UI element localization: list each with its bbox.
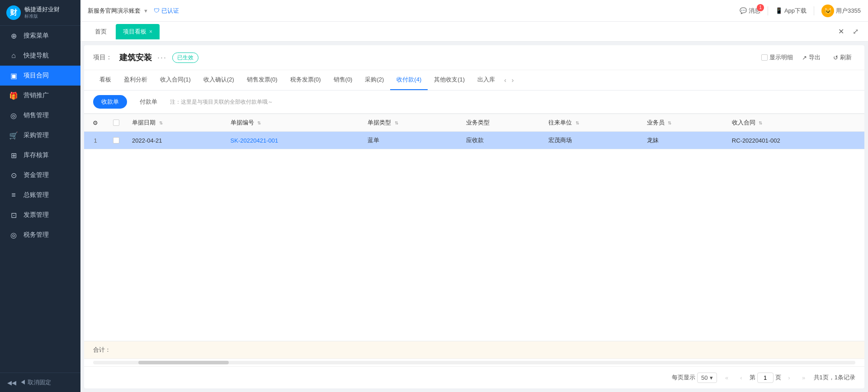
col-number-header[interactable]: 单据编号 ⇅ — [224, 114, 362, 132]
sort-contract-icon: ⇅ — [759, 120, 762, 125]
account-selector[interactable]: 新服务官网演示账套 ▼ — [88, 7, 148, 15]
page-content: 项目： 建筑安装 ··· 已生效 显示明细 ↗ 导出 ↺ 刷新 看板 — [84, 45, 864, 388]
sub-nav-next-arrow[interactable]: › — [509, 73, 517, 87]
search-menu-icon: ⊕ — [9, 31, 18, 40]
sidebar-item-purchase-mgmt[interactable]: 🛒 采购管理 — [0, 125, 80, 145]
app-download-action[interactable]: 📱 App下载 — [775, 7, 807, 15]
total-info: 共1页，1条记录 — [814, 373, 855, 382]
select-all-checkbox[interactable] — [113, 120, 119, 126]
sidebar-item-sales-mgmt[interactable]: ◎ 销售管理 — [0, 105, 80, 125]
fund-mgmt-icon: ⊙ — [9, 171, 18, 180]
action-note: 注：这里是与项目关联的全部收付款单哦～ — [170, 98, 273, 106]
page-number-input[interactable] — [757, 373, 774, 383]
page-size-value: 50 — [701, 374, 708, 381]
user-action[interactable]: 🐱 用户3355 — [821, 5, 861, 17]
sidebar-item-invoice-mgmt[interactable]: ⊡ 发票管理 — [0, 205, 80, 225]
first-page-button[interactable]: « — [721, 371, 733, 384]
top-bar-divider-1 — [768, 6, 768, 15]
row-number-link[interactable]: SK-20220421-001 — [231, 137, 278, 144]
sub-nav-kanban[interactable]: 看板 — [93, 70, 118, 90]
page-title: 建筑安装 — [119, 52, 152, 63]
row-check[interactable] — [107, 132, 126, 149]
window-maximize-button[interactable]: ⤢ — [850, 26, 861, 37]
row-number: SK-20220421-001 — [224, 132, 362, 149]
message-action[interactable]: 💬 消息 1 — [740, 7, 760, 15]
ledger-mgmt-icon: ≡ — [9, 191, 18, 200]
col-settings-header[interactable]: ⚙ — [84, 114, 107, 132]
app-logo-icon: 财 — [6, 5, 21, 20]
sales-mgmt-icon: ◎ — [9, 111, 18, 120]
sidebar-item-project-contract[interactable]: ▣ 项目合同 — [0, 66, 80, 86]
more-options-button[interactable]: ··· — [157, 53, 167, 62]
sub-nav-income-contract[interactable]: 收入合同(1) — [154, 70, 197, 90]
refresh-button[interactable]: ↺ 刷新 — [830, 52, 855, 63]
message-badge: 1 — [757, 4, 764, 11]
marketing-icon: 🎁 — [9, 91, 18, 100]
tax-mgmt-icon: ◎ — [9, 230, 18, 239]
payment-btn[interactable]: 付款单 — [134, 95, 163, 109]
col-partner-header[interactable]: 往来单位 ⇅ — [542, 114, 641, 132]
page-title-label: 项目： — [93, 53, 112, 62]
status-badge: 已生效 — [172, 53, 198, 63]
sub-nav-sales-invoice[interactable]: 销售发票(0) — [241, 70, 284, 90]
sidebar-item-inventory[interactable]: ⊞ 库存核算 — [0, 145, 80, 165]
sort-type-icon: ⇅ — [395, 120, 398, 125]
col-income-contract-header[interactable]: 收入合同 ⇅ — [726, 114, 864, 132]
last-page-icon: » — [802, 374, 805, 381]
col-check-header[interactable] — [107, 114, 126, 132]
sidebar-item-marketing[interactable]: 🎁 营销推广 — [0, 86, 80, 105]
sub-nav-purchase[interactable]: 采购(2) — [359, 70, 390, 90]
next-page-button[interactable]: › — [783, 371, 796, 384]
col-date-header[interactable]: 单据日期 ⇅ — [126, 114, 224, 132]
page-suffix: 页 — [775, 373, 781, 382]
show-detail-checkbox[interactable]: 显示明细 — [761, 53, 793, 62]
export-button[interactable]: ↗ 导出 — [798, 52, 824, 63]
sort-partner-icon: ⇅ — [576, 120, 579, 125]
tab-close-icon[interactable]: × — [149, 29, 152, 35]
top-bar-actions: 💬 消息 1 📱 App下载 🐱 用户3355 — [740, 5, 861, 17]
sub-nav-income-confirm[interactable]: 收入确认(2) — [197, 70, 241, 90]
sidebar-item-tax-mgmt[interactable]: ◎ 税务管理 — [0, 225, 80, 245]
sub-nav-profit[interactable]: 盈利分析 — [118, 70, 154, 90]
col-type-header[interactable]: 单据类型 ⇅ — [361, 114, 460, 132]
unpin-icon: ◀◀ — [7, 379, 16, 386]
row-checkbox[interactable] — [113, 137, 119, 143]
page-label: 第 — [750, 373, 755, 382]
sub-nav-in-out[interactable]: 出入库 — [471, 70, 501, 90]
sub-nav-receipts[interactable]: 收付款(4) — [390, 70, 428, 90]
sub-nav-prev-arrow[interactable]: ‹ — [501, 73, 509, 87]
sub-nav-other-income[interactable]: 其他收支(1) — [428, 70, 471, 90]
sub-nav-tax-invoice[interactable]: 税务发票(0) — [284, 70, 327, 90]
sort-number-icon: ⇅ — [257, 120, 261, 125]
page-navigation: « ‹ 第 页 › » — [721, 371, 810, 384]
top-bar: 新服务官网演示账套 ▼ 🛡 已认证 💬 消息 1 📱 App下载 🐱 用户335… — [80, 0, 868, 22]
pagination: 每页显示 50 ▾ « ‹ 第 页 — [84, 366, 864, 388]
project-contract-icon: ▣ — [9, 71, 18, 80]
col-salesman-header[interactable]: 业务员 ⇅ — [641, 114, 726, 132]
last-page-button[interactable]: » — [797, 371, 810, 384]
sub-nav-sales[interactable]: 销售(0) — [327, 70, 359, 90]
tab-bar: 首页 项目看板 × ✕ ⤢ — [80, 22, 868, 42]
horizontal-scrollbar-track[interactable] — [93, 361, 855, 364]
sidebar-footer-unpin[interactable]: ◀◀ ◀ 取消固定 — [0, 373, 80, 392]
row-num: 1 — [84, 132, 107, 149]
message-icon: 💬 — [740, 7, 747, 14]
page-size-dropdown[interactable]: 50 ▾ — [697, 373, 717, 383]
sidebar-item-ledger-mgmt[interactable]: ≡ 总账管理 — [0, 185, 80, 205]
window-close-button[interactable]: ✕ — [835, 26, 846, 37]
tab-project-kanban[interactable]: 项目看板 × — [116, 24, 160, 39]
inventory-icon: ⊞ — [9, 151, 18, 160]
phone-icon: 📱 — [775, 7, 783, 14]
receipt-btn[interactable]: 收款单 — [93, 95, 127, 109]
prev-page-button[interactable]: ‹ — [735, 371, 748, 384]
sidebar-item-fund-mgmt[interactable]: ⊙ 资金管理 — [0, 165, 80, 185]
horizontal-scrollbar-thumb[interactable] — [138, 361, 229, 364]
tab-home[interactable]: 首页 — [88, 24, 114, 39]
sidebar-item-quick-nav[interactable]: ⌂ 快捷导航 — [0, 46, 80, 66]
table-row[interactable]: 1 2022-04-21 SK-20220421-001 蓝单 应收款 — [84, 132, 864, 149]
invoice-mgmt-icon: ⊡ — [9, 210, 18, 220]
sidebar-item-search[interactable]: ⊕ 搜索菜单 — [0, 26, 80, 46]
main-content: 新服务官网演示账套 ▼ 🛡 已认证 💬 消息 1 📱 App下载 🐱 用户335… — [80, 0, 868, 392]
tab-project-kanban-label: 项目看板 — [123, 28, 146, 36]
page-size-selector: 每页显示 50 ▾ — [672, 373, 717, 383]
